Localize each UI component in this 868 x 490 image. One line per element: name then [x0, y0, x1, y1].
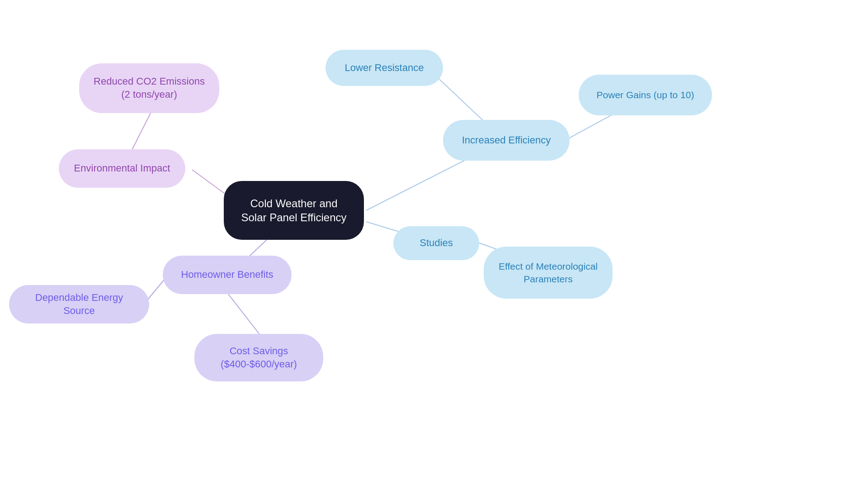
dependable-energy-node: Dependable Energy Source [9, 285, 149, 323]
lower-resistance-node: Lower Resistance [326, 50, 443, 86]
increased-efficiency-node: Increased Efficiency [443, 120, 570, 161]
svg-line-5 [192, 170, 226, 195]
environmental-impact-node: Environmental Impact [59, 149, 185, 188]
svg-line-6 [131, 113, 151, 152]
reduced-co2-node: Reduced CO2 Emissions (2 tons/year) [79, 63, 219, 113]
studies-node: Studies [393, 226, 479, 260]
svg-line-9 [228, 294, 260, 335]
meteorological-node: Effect of Meteorological Parameters [484, 247, 613, 299]
cost-savings-node: Cost Savings ($400-$600/year) [194, 334, 323, 381]
homeowner-benefits-node: Homeowner Benefits [163, 256, 292, 294]
power-gains-node: Power Gains (up to 10) [579, 75, 712, 115]
center-node: Cold Weather and Solar Panel Efficiency [224, 181, 364, 240]
